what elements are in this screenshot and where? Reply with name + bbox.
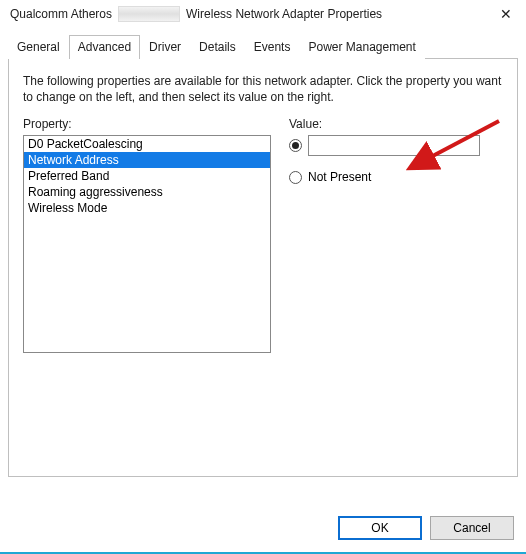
tabstrip: General Advanced Driver Details Events P…	[8, 34, 518, 59]
tab-events[interactable]: Events	[245, 35, 300, 59]
tab-driver[interactable]: Driver	[140, 35, 190, 59]
window-title: Qualcomm Atheros Wireless Network Adapte…	[10, 6, 382, 22]
close-icon[interactable]: ✕	[496, 6, 516, 22]
property-listbox[interactable]: D0 PacketCoalescingNetwork AddressPrefer…	[23, 135, 271, 353]
columns: Property: D0 PacketCoalescingNetwork Add…	[23, 117, 503, 353]
tab-details[interactable]: Details	[190, 35, 245, 59]
list-item[interactable]: Wireless Mode	[24, 200, 270, 216]
list-item[interactable]: Roaming aggressiveness	[24, 184, 270, 200]
buttonbar: OK Cancel	[338, 516, 514, 540]
window-title-prefix: Qualcomm Atheros	[10, 7, 112, 21]
tab-advanced[interactable]: Advanced	[69, 35, 140, 59]
tabpage-advanced: The following properties are available f…	[8, 59, 518, 477]
radio-value[interactable]	[289, 139, 302, 152]
value-label: Value:	[289, 117, 503, 131]
window-title-suffix: Wireless Network Adapter Properties	[186, 7, 382, 21]
value-radio-row	[289, 135, 503, 156]
cancel-button[interactable]: Cancel	[430, 516, 514, 540]
list-item[interactable]: Preferred Band	[24, 168, 270, 184]
list-item[interactable]: Network Address	[24, 152, 270, 168]
redacted-model	[118, 6, 180, 22]
intro-text: The following properties are available f…	[23, 73, 503, 105]
titlebar: Qualcomm Atheros Wireless Network Adapte…	[0, 0, 526, 28]
value-column: Value: Not Present	[289, 117, 503, 353]
value-input[interactable]	[308, 135, 480, 156]
not-present-label: Not Present	[308, 170, 371, 184]
radio-not-present[interactable]	[289, 171, 302, 184]
list-item[interactable]: D0 PacketCoalescing	[24, 136, 270, 152]
tab-general[interactable]: General	[8, 35, 69, 59]
tab-power-management[interactable]: Power Management	[299, 35, 424, 59]
ok-button[interactable]: OK	[338, 516, 422, 540]
not-present-radio-row: Not Present	[289, 170, 503, 184]
property-column: Property: D0 PacketCoalescingNetwork Add…	[23, 117, 271, 353]
property-label: Property:	[23, 117, 271, 131]
